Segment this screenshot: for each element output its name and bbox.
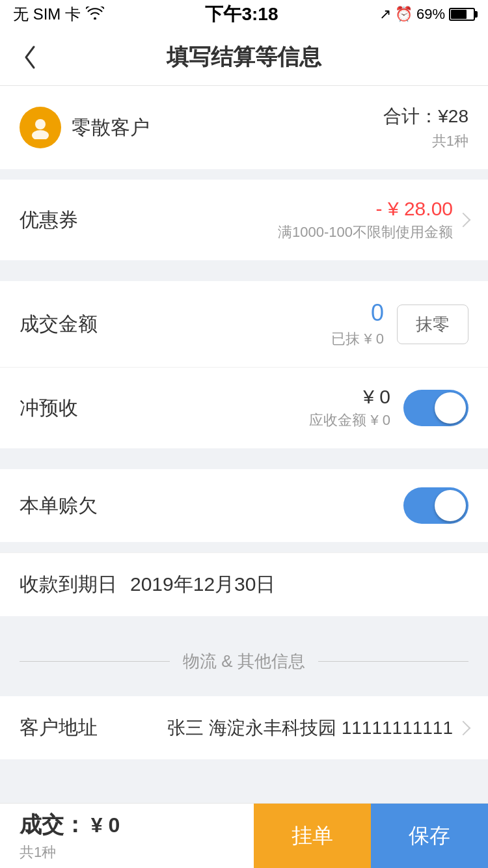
customer-avatar [20, 107, 61, 148]
amount-value: 0 [371, 299, 384, 326]
location-icon: ↗ [379, 6, 391, 23]
amount-label: 成交金额 [20, 311, 98, 338]
coupon-label: 优惠券 [20, 207, 78, 234]
advance-right: ¥ 0 应收金额 ¥ 0 [309, 386, 468, 430]
advance-value: ¥ 0 [309, 386, 390, 408]
coupon-right: - ¥ 28.00 满1000-100不限制使用金额 [278, 198, 468, 242]
amount-section: 成交金额 0 已抹 ¥ 0 抹零 冲预收 ¥ 0 应收金额 ¥ 0 [0, 281, 488, 448]
page-title: 填写结算等信息 [167, 42, 321, 72]
battery-icon [449, 8, 475, 21]
battery-percent: 69% [416, 6, 445, 23]
advance-row: 冲预收 ¥ 0 应收金额 ¥ 0 [0, 368, 488, 448]
customer-name: 零散客户 [72, 115, 150, 141]
status-bar: 无 SIM 卡 下午3:18 ↗ ⏰ 69% [0, 0, 488, 29]
debt-section: 本单赊欠 [0, 469, 488, 542]
logistics-value: 张三 海淀永丰科技园 11111111111 [167, 716, 453, 740]
content-area: 零散客户 合计：¥28 共1种 优惠券 - ¥ 28.00 满1000-100不… [0, 86, 488, 868]
customer-right: 合计：¥28 共1种 [383, 104, 468, 151]
amount-sub: 已抹 ¥ 0 [331, 329, 384, 349]
logistics-section[interactable]: 客户地址 张三 海淀永丰科技园 11111111111 [0, 696, 488, 759]
separator-3 [0, 627, 488, 637]
coupon-discount: - ¥ 28.00 [278, 198, 453, 220]
coupon-description: 满1000-100不限制使用金额 [278, 223, 453, 242]
debt-toggle[interactable] [403, 487, 468, 524]
round-zero-button[interactable]: 抹零 [397, 305, 468, 344]
separator-2 [0, 459, 488, 469]
divider-text: 物流 & 其他信息 [183, 650, 305, 673]
pending-button[interactable]: 挂单 [254, 804, 371, 869]
logistics-divider: 物流 & 其他信息 [0, 637, 488, 686]
toggle-knob-2 [435, 490, 466, 521]
bottom-summary: 成交： ¥ 0 共1种 [0, 810, 254, 862]
carrier-text: 无 SIM 卡 [13, 4, 81, 25]
coupon-info: - ¥ 28.00 满1000-100不限制使用金额 [278, 198, 453, 242]
chevron-right-icon [456, 213, 471, 228]
advance-toggle[interactable] [403, 390, 468, 426]
bottom-count: 共1种 [20, 843, 234, 862]
nav-bar: 填写结算等信息 [0, 29, 488, 86]
due-date-value: 2019年12月30日 [130, 571, 275, 598]
logistics-chevron-icon [456, 720, 471, 735]
due-date-row: 收款到期日 2019年12月30日 [20, 571, 468, 598]
toggle-knob [435, 392, 466, 424]
coupon-row[interactable]: 优惠券 - ¥ 28.00 满1000-100不限制使用金额 [0, 180, 488, 260]
svg-point-0 [35, 119, 46, 129]
bottom-bar: 成交： ¥ 0 共1种 挂单 保存 [0, 803, 488, 868]
save-button[interactable]: 保存 [371, 804, 488, 869]
back-button[interactable] [16, 43, 44, 72]
amount-row: 成交金额 0 已抹 ¥ 0 抹零 [0, 281, 488, 368]
logistics-right: 张三 海淀永丰科技园 11111111111 [167, 716, 468, 740]
status-time: 下午3:18 [205, 2, 278, 27]
separator-1 [0, 271, 488, 281]
deal-prefix: 成交： [20, 812, 86, 837]
advance-amount: ¥ 0 应收金额 ¥ 0 [309, 386, 390, 430]
due-date-section: 收款到期日 2019年12月30日 [0, 552, 488, 616]
bottom-deal: 成交： ¥ 0 [20, 810, 234, 840]
logistics-label: 客户地址 [20, 714, 98, 741]
alarm-icon: ⏰ [395, 6, 413, 23]
svg-point-1 [32, 130, 49, 139]
customer-row: 零散客户 合计：¥28 共1种 [0, 86, 488, 169]
divider-line: 物流 & 其他信息 [20, 650, 468, 673]
advance-label: 冲预收 [20, 395, 78, 422]
status-left: 无 SIM 卡 [13, 4, 104, 25]
wifi-icon [86, 5, 104, 23]
deal-value: ¥ 0 [91, 813, 120, 837]
customer-count: 共1种 [383, 131, 468, 151]
customer-left: 零散客户 [20, 107, 150, 148]
debt-label: 本单赊欠 [20, 493, 98, 519]
due-date-label: 收款到期日 [20, 571, 117, 598]
amount-right: 0 已抹 ¥ 0 抹零 [331, 299, 468, 349]
separator-4 [0, 686, 488, 696]
status-right: ↗ ⏰ 69% [379, 6, 475, 23]
customer-total: 合计：¥28 [383, 104, 468, 129]
advance-sub: 应收金额 ¥ 0 [309, 411, 390, 430]
amount-values: 0 已抹 ¥ 0 [331, 299, 384, 349]
